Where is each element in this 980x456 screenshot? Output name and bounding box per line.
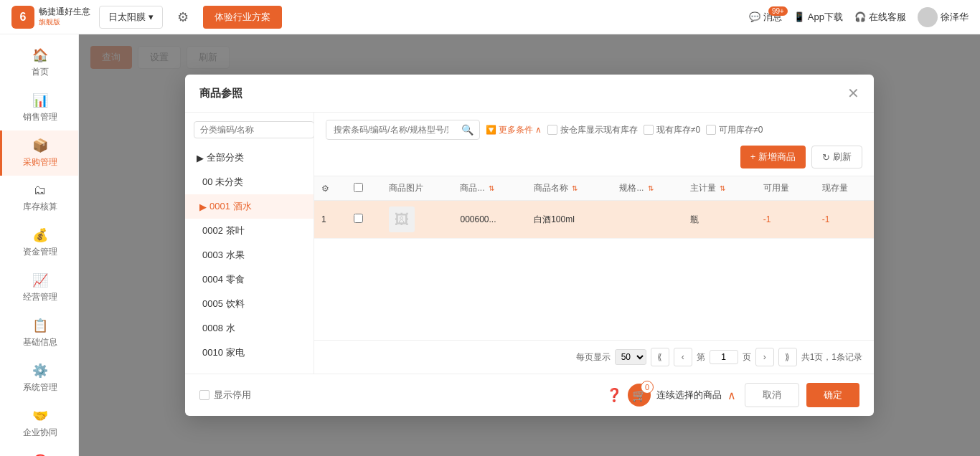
- warehouse-stock-checkbox[interactable]: 按仓库显示现有库存: [547, 124, 638, 136]
- home-icon: 🏠: [32, 47, 48, 63]
- cart-badge: 0: [641, 381, 654, 394]
- confirm-button[interactable]: 确定: [806, 383, 859, 407]
- company-dropdown[interactable]: 日太阳膜 ▾: [99, 6, 163, 29]
- pagination-bar: 每页显示 50 ⟪ ‹ 第 页 › ⟫ 共1页，1条记录: [314, 340, 874, 374]
- show-disabled-checkbox[interactable]: 显示停用: [199, 389, 251, 402]
- nonzero-stock-checkbox[interactable]: 现有库存≠0: [644, 124, 700, 136]
- first-page-button[interactable]: ⟪: [651, 348, 669, 366]
- category-item-appliances[interactable]: 0010 家电: [185, 341, 314, 365]
- checkbox-icon: [706, 125, 716, 135]
- col-unit: 主计量 ⇅: [683, 176, 756, 201]
- sort-unit-icon[interactable]: ⇅: [720, 184, 725, 192]
- sidebar-item-operations[interactable]: 📈 经营管理: [0, 265, 78, 310]
- message-badge: 99+: [768, 6, 788, 16]
- category-search-area: 🔍 «: [185, 121, 314, 146]
- sidebar: 🏠 首页 📊 销售管理 📦 采购管理 🗂 库存核算 💰 资金管理 📈 经营管理 …: [0, 34, 79, 456]
- last-page-button[interactable]: ⟫: [778, 348, 797, 366]
- product-table: ⚙ 商品图片 商品... ⇅ 商品名称: [314, 176, 874, 239]
- operations-icon: 📈: [32, 272, 48, 288]
- chevron-down-icon: ▾: [149, 11, 154, 22]
- sort-spec-icon[interactable]: ⇅: [648, 184, 654, 192]
- sort-name-icon[interactable]: ⇅: [572, 184, 578, 192]
- next-page-button[interactable]: ›: [755, 348, 774, 366]
- add-product-button[interactable]: + 新增商品: [740, 146, 806, 168]
- category-item-liquor[interactable]: ▶ 0001 酒水: [185, 194, 314, 219]
- gear-icon: ⚙: [321, 184, 329, 194]
- category-item-snacks[interactable]: 0004 零食: [185, 267, 314, 292]
- help-icon[interactable]: ❓: [606, 387, 622, 403]
- category-sidebar: 🔍 « ▶ 全部分类 00 未分类 ▶ 0001 酒水: [185, 113, 314, 374]
- product-table-wrap: ⚙ 商品图片 商品... ⇅ 商品名称: [314, 176, 874, 340]
- disabled-checkbox-icon: [199, 390, 209, 400]
- chevron-up-icon: ∧: [535, 125, 542, 135]
- avatar: [918, 7, 938, 27]
- cell-stock: -1: [815, 201, 874, 239]
- category-item-beverages[interactable]: 0005 饮料: [185, 292, 314, 316]
- col-stock: 现存量: [815, 176, 874, 201]
- headset-icon: 🎧: [854, 11, 866, 22]
- cell-unit: 瓶: [683, 201, 756, 239]
- row-checkbox[interactable]: [354, 214, 363, 223]
- sidebar-item-finance[interactable]: 💰 资金管理: [0, 220, 78, 265]
- category-item-fruit[interactable]: 0003 水果: [185, 243, 314, 267]
- page-size-label: 每页显示: [576, 351, 611, 364]
- online-service-nav-item[interactable]: 🎧 在线客服: [854, 11, 906, 24]
- filter-icon: 🔽: [486, 125, 496, 135]
- message-nav-item[interactable]: 💬 消息 99+: [749, 11, 782, 24]
- col-gear: ⚙: [314, 176, 347, 201]
- col-code: 商品... ⇅: [453, 176, 527, 201]
- sidebar-item-inventory[interactable]: 🗂 库存核算: [0, 176, 78, 220]
- modal-close-button[interactable]: ✕: [847, 85, 859, 102]
- cell-checkbox[interactable]: [347, 201, 381, 239]
- sidebar-item-sales[interactable]: 📊 销售管理: [0, 85, 78, 130]
- sidebar-item-home[interactable]: 🏠 首页: [0, 40, 78, 85]
- cart-icon-wrap: 🛒 0: [628, 384, 651, 407]
- sidebar-item-purchase[interactable]: 📦 采购管理: [0, 130, 78, 176]
- cell-index: 1: [314, 201, 347, 239]
- settings-icon[interactable]: ⚙: [171, 6, 194, 29]
- logo-icon: 6: [11, 6, 34, 29]
- col-name: 商品名称 ⇅: [527, 176, 612, 201]
- category-search-input[interactable]: [194, 121, 314, 138]
- checkbox-icon: [644, 125, 654, 135]
- more-filters-button[interactable]: 🔽 更多条件 ∧: [486, 124, 542, 136]
- enterprise-icon: 🤝: [32, 408, 48, 424]
- nonzero-available-checkbox[interactable]: 可用库存≠0: [706, 124, 763, 136]
- current-page-input[interactable]: [710, 350, 738, 364]
- category-item-water[interactable]: 0008 水: [185, 316, 314, 341]
- col-image: 商品图片: [382, 176, 453, 201]
- cell-spec: [612, 201, 683, 239]
- table-row[interactable]: 1 🖼 000600... 白酒100ml 瓶: [314, 201, 874, 239]
- logo: 6 畅捷通好生意 旗舰版: [11, 6, 90, 29]
- sort-code-icon[interactable]: ⇅: [489, 184, 494, 192]
- collapse-footer-button[interactable]: ∧: [727, 389, 736, 402]
- select-all-checkbox[interactable]: [354, 183, 363, 192]
- app-download-nav-item[interactable]: 📱 App下载: [793, 11, 843, 24]
- page-size-select[interactable]: 50: [615, 349, 646, 365]
- user-nav-item[interactable]: 徐泽华: [918, 7, 969, 27]
- category-item-all[interactable]: ▶ 全部分类: [185, 146, 314, 170]
- basic-info-icon: 📋: [32, 318, 48, 333]
- footer-cart-area: ❓ 🛒 0 连续选择的商品 ∧: [606, 384, 736, 407]
- sidebar-item-basic-info[interactable]: 📋 基础信息: [0, 310, 78, 356]
- refresh-icon: ↻: [822, 152, 830, 163]
- product-search-input[interactable]: [326, 121, 456, 138]
- category-item-tea[interactable]: 0002 茶叶: [185, 219, 314, 243]
- sidebar-item-guide[interactable]: 🎯 新手引导: [0, 446, 78, 456]
- sidebar-item-system[interactable]: ⚙️ 系统管理: [0, 356, 78, 401]
- finance-icon: 💰: [32, 227, 48, 243]
- prev-page-button[interactable]: ‹: [674, 348, 692, 366]
- logo-sub: 旗舰版: [39, 17, 90, 27]
- continue-select-label: 连续选择的商品: [656, 389, 722, 402]
- trial-button[interactable]: 体验行业方案: [203, 6, 282, 29]
- expand-arrow-icon: ▶: [197, 153, 204, 163]
- active-arrow-icon: ▶: [199, 201, 207, 212]
- modal-right-panel: 🔍 🔽 更多条件 ∧ 按仓库显示现有库存: [314, 113, 874, 374]
- table-header-row: ⚙ 商品图片 商品... ⇅ 商品名称: [314, 176, 874, 201]
- cancel-button[interactable]: 取消: [745, 383, 799, 407]
- modal-footer: 显示停用 ❓ 🛒 0 连续选择的商品 ∧ 取消 确定: [185, 374, 874, 416]
- search-button[interactable]: 🔍: [456, 120, 479, 139]
- category-item-unclassified[interactable]: 00 未分类: [185, 170, 314, 194]
- refresh-button[interactable]: ↻ 刷新: [811, 146, 862, 168]
- sidebar-item-enterprise[interactable]: 🤝 企业协同: [0, 401, 78, 446]
